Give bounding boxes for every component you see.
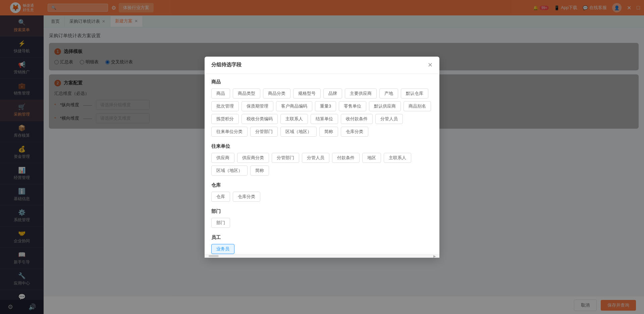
field-tag-dept-mgmt[interactable]: 分管部门 <box>250 127 278 137</box>
field-tag-settlement-unit[interactable]: 结算单位 <box>311 114 338 124</box>
section-warehouse-tags: 仓库 仓库分类 <box>211 192 433 202</box>
section-employee: 员工 业务员 <box>211 235 433 254</box>
field-tag-expiry-mgmt[interactable]: 保质期管理 <box>241 101 273 111</box>
field-tag-goods-type[interactable]: 商品类型 <box>233 88 260 99</box>
field-tag-warehouse[interactable]: 仓库 <box>211 192 230 202</box>
field-tag-region[interactable]: 区域（地区） <box>280 127 317 137</box>
field-tag-goods-spec[interactable]: 规格型号 <box>293 88 321 99</box>
field-tag-payment-terms[interactable]: 收付款条件 <box>341 114 373 124</box>
field-tag-pick-score[interactable]: 拣货积分 <box>211 114 239 124</box>
modal-scrollbar-bottom[interactable]: ▶ <box>205 254 439 258</box>
section-warehouse: 仓库 仓库 仓库分类 <box>211 182 433 202</box>
field-tag-manager-person[interactable]: 分管人员 <box>375 114 403 124</box>
scroll-right-icon[interactable]: ▶ <box>433 254 437 258</box>
field-tag-partner-region[interactable]: 区域（地区） <box>211 166 248 176</box>
field-tag-tax-code[interactable]: 税收分类编码 <box>241 114 278 124</box>
field-tag-goods[interactable]: 商品 <box>211 88 230 99</box>
modal-body[interactable]: 商品 商品 商品类型 商品分类 规格型号 品牌 主要供应商 产地 默认仓库 批次… <box>205 74 439 254</box>
field-tag-retail-unit[interactable]: 零售单位 <box>339 101 366 111</box>
field-tag-district[interactable]: 地区 <box>362 153 381 163</box>
field-tag-batch-mgmt[interactable]: 批次管理 <box>211 101 239 111</box>
section-dept: 部门 部门 <box>211 208 433 228</box>
field-tag-warehouse-cat[interactable]: 仓库分类 <box>233 192 260 202</box>
field-tag-weight3[interactable]: 重量3 <box>315 101 336 111</box>
field-tag-dept[interactable]: 部门 <box>211 218 230 228</box>
section-goods-title: 商品 <box>211 79 433 85</box>
section-partners-tags: 供应商 供应商分类 分管部门 分管人员 付款条件 地区 主联系人 区域（地区） … <box>211 153 433 176</box>
field-tag-partner-person[interactable]: 分管人员 <box>302 153 329 163</box>
field-tag-origin[interactable]: 产地 <box>379 88 398 99</box>
field-tag-partner-short[interactable]: 简称 <box>250 166 269 176</box>
field-tag-default-supplier[interactable]: 默认供应商 <box>369 101 401 111</box>
section-partners: 往来单位 供应商 供应商分类 分管部门 分管人员 付款条件 地区 主联系人 区域… <box>211 143 433 176</box>
field-tag-partner-contact[interactable]: 主联系人 <box>384 153 411 163</box>
section-dept-tags: 部门 <box>211 218 433 228</box>
field-select-modal: 分组待选字段 ✕ 商品 商品 商品类型 商品分类 规格型号 品牌 主要供应商 产… <box>205 57 439 258</box>
field-tag-goods-alias[interactable]: 商品别名 <box>404 101 431 111</box>
section-partners-title: 往来单位 <box>211 143 433 149</box>
field-tag-salesperson[interactable]: 业务员 <box>211 244 234 254</box>
field-tag-supplier[interactable]: 供应商 <box>211 153 234 163</box>
field-tag-partner-dept[interactable]: 分管部门 <box>272 153 299 163</box>
field-tag-customer-code[interactable]: 客户商品编码 <box>276 101 312 111</box>
modal-overlay: 分组待选字段 ✕ 商品 商品 商品类型 商品分类 规格型号 品牌 主要供应商 产… <box>0 0 644 314</box>
field-tag-warehouse-category[interactable]: 仓库分类 <box>341 127 368 137</box>
section-warehouse-title: 仓库 <box>211 182 433 188</box>
modal-title: 分组待选字段 <box>211 62 241 68</box>
field-tag-partner-category[interactable]: 往来单位分类 <box>211 127 248 137</box>
section-goods-tags: 商品 商品类型 商品分类 规格型号 品牌 主要供应商 产地 默认仓库 批次管理 … <box>211 88 433 137</box>
field-tag-pay-terms[interactable]: 付款条件 <box>332 153 360 163</box>
field-tag-short-name[interactable]: 简称 <box>319 127 338 137</box>
field-tag-supplier-category[interactable]: 供应商分类 <box>237 153 269 163</box>
section-goods: 商品 商品 商品类型 商品分类 规格型号 品牌 主要供应商 产地 默认仓库 批次… <box>211 79 433 137</box>
section-employee-tags: 业务员 <box>211 244 433 254</box>
field-tag-default-warehouse[interactable]: 默认仓库 <box>401 88 428 99</box>
modal-close-btn[interactable]: ✕ <box>428 61 433 69</box>
section-dept-title: 部门 <box>211 208 433 214</box>
section-employee-title: 员工 <box>211 235 433 241</box>
field-tag-main-supplier[interactable]: 主要供应商 <box>345 88 377 99</box>
field-tag-goods-category[interactable]: 商品分类 <box>263 88 290 99</box>
field-tag-main-contact[interactable]: 主联系人 <box>280 114 308 124</box>
modal-header: 分组待选字段 ✕ <box>205 57 439 74</box>
field-tag-brand[interactable]: 品牌 <box>323 88 342 99</box>
